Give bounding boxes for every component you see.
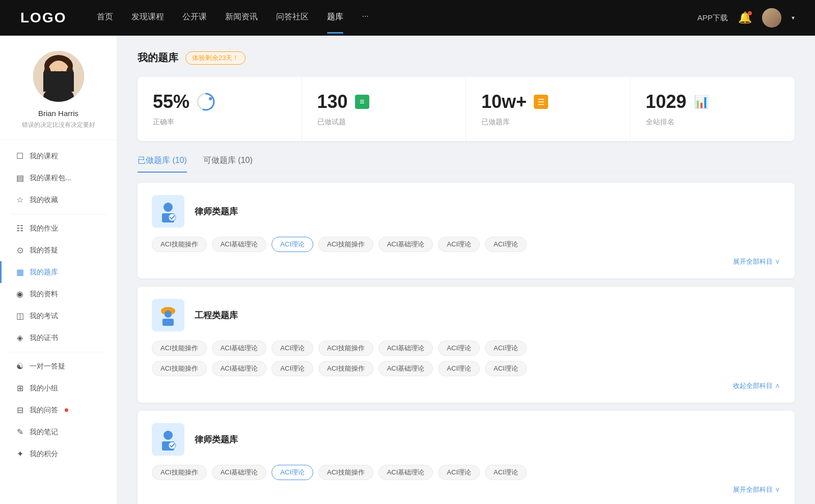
user-avatar[interactable] bbox=[762, 8, 781, 27]
tag-lawyer2-6[interactable]: ACI理论 bbox=[485, 465, 527, 480]
tag-eng-2[interactable]: ACI理论 bbox=[271, 341, 313, 356]
tag-lawyer1-5[interactable]: ACI理论 bbox=[438, 237, 480, 252]
sidebar-item-question-bank[interactable]: ▦ 我的题库 bbox=[0, 261, 117, 283]
sidebar-label-favorites: 我的收藏 bbox=[30, 195, 58, 205]
nav-qa[interactable]: 问答社区 bbox=[276, 12, 309, 24]
nav-opencourse[interactable]: 公开课 bbox=[182, 12, 207, 24]
my-qa-icon: ⊟ bbox=[15, 405, 24, 415]
tag-eng-1[interactable]: ACI基础理论 bbox=[212, 341, 267, 356]
expand-link-lawyer-1[interactable]: 展开全部科目 ∨ bbox=[152, 257, 780, 266]
tag-eng-3[interactable]: ACI技能操作 bbox=[318, 341, 373, 356]
star-icon: ☆ bbox=[15, 195, 24, 205]
tag-lawyer2-1[interactable]: ACI基础理论 bbox=[212, 465, 267, 480]
bank-card-lawyer-2: 律师类题库 ACI技能操作 ACI基础理论 ACI理论 ACI技能操作 ACI基… bbox=[138, 411, 795, 504]
svg-point-8 bbox=[61, 71, 64, 75]
tag-lawyer1-1[interactable]: ACI基础理论 bbox=[212, 237, 267, 252]
sidebar-label-course-packages: 我的课程包... bbox=[30, 174, 71, 183]
main-layout: Brian Harris 错误的决定比没有决定要好 ☐ 我的课程 ▤ 我的课程包… bbox=[0, 36, 815, 504]
tag-eng-4[interactable]: ACI基础理论 bbox=[378, 341, 433, 356]
bank-name-lawyer-2: 律师类题库 bbox=[195, 434, 238, 445]
notification-bell[interactable]: 🔔 bbox=[738, 11, 752, 24]
sidebar-item-profile[interactable]: ◉ 我的资料 bbox=[0, 283, 117, 305]
sidebar-item-points[interactable]: ✦ 我的积分 bbox=[0, 443, 117, 465]
svg-point-13 bbox=[164, 203, 173, 212]
engineer-bank-icon bbox=[152, 299, 184, 331]
sidebar-label-homework: 我的作业 bbox=[30, 224, 58, 233]
sidebar-menu: ☐ 我的课程 ▤ 我的课程包... ☆ 我的收藏 ☷ 我的作业 ⊙ 我的答疑 ▦ bbox=[0, 145, 117, 465]
tag-lawyer2-4[interactable]: ACI基础理论 bbox=[378, 465, 433, 480]
sidebar-divider-2 bbox=[10, 352, 106, 352]
tag-lawyer1-3[interactable]: ACI技能操作 bbox=[318, 237, 373, 252]
tag-lawyer2-5[interactable]: ACI理论 bbox=[438, 465, 480, 480]
app-download-link[interactable]: APP下载 bbox=[697, 13, 728, 23]
sidebar-item-course-packages[interactable]: ▤ 我的课程包... bbox=[0, 167, 117, 189]
stat-done-questions-top: 130 ≡ bbox=[317, 91, 451, 113]
tag-lawyer1-4[interactable]: ACI基础理论 bbox=[378, 237, 433, 252]
group-icon: ⊞ bbox=[15, 383, 24, 393]
sidebar-item-homework[interactable]: ☷ 我的作业 bbox=[0, 217, 117, 239]
engineer-avatar-svg bbox=[155, 302, 181, 328]
stat-done-banks-value: 10w+ bbox=[481, 91, 527, 113]
tab-available-banks[interactable]: 可做题库 (10) bbox=[203, 155, 253, 172]
stat-done-banks: 10w+ ☰ 已做题库 bbox=[466, 77, 631, 141]
tags-row-engineer-2: ACI技能操作 ACI基础理论 ACI理论 ACI技能操作 ACI基础理论 AC… bbox=[152, 361, 780, 376]
nav-more[interactable]: ··· bbox=[362, 12, 368, 24]
tag-eng2-4[interactable]: ACI基础理论 bbox=[378, 361, 433, 376]
expand-link-lawyer-2[interactable]: 展开全部科目 ∨ bbox=[152, 485, 780, 494]
sidebar-item-certificate[interactable]: ◈ 我的证书 bbox=[0, 327, 117, 349]
tag-eng2-1[interactable]: ACI基础理论 bbox=[212, 361, 267, 376]
tag-lawyer2-3[interactable]: ACI技能操作 bbox=[318, 465, 373, 480]
svg-point-7 bbox=[53, 71, 57, 75]
nav-right: APP下载 🔔 ▾ bbox=[697, 8, 795, 27]
tag-eng2-0[interactable]: ACI技能操作 bbox=[152, 361, 207, 376]
nav-discover[interactable]: 发现课程 bbox=[131, 12, 164, 24]
sidebar-item-group[interactable]: ⊞ 我的小组 bbox=[0, 377, 117, 399]
tag-eng-0[interactable]: ACI技能操作 bbox=[152, 341, 207, 356]
stat-rank-value: 1029 bbox=[646, 91, 687, 113]
tag-lawyer1-2[interactable]: ACI理论 bbox=[271, 237, 313, 252]
sidebar-item-exam[interactable]: ◫ 我的考试 bbox=[0, 305, 117, 327]
sidebar-label-qa: 我的答疑 bbox=[30, 246, 58, 255]
sidebar-label-notes: 我的笔记 bbox=[30, 428, 58, 437]
nav-items: 首页 发现课程 公开课 新闻资讯 问答社区 题库 ··· bbox=[97, 12, 697, 24]
sidebar-item-notes[interactable]: ✎ 我的笔记 bbox=[0, 421, 117, 443]
stat-accuracy-top: 55% bbox=[153, 91, 286, 113]
sidebar-username: Brian Harris bbox=[38, 109, 78, 118]
tag-lawyer2-2[interactable]: ACI理论 bbox=[271, 465, 313, 480]
sidebar-label-exam: 我的考试 bbox=[30, 312, 58, 321]
svg-point-2 bbox=[47, 61, 70, 87]
tag-eng-6[interactable]: ACI理论 bbox=[485, 341, 527, 356]
tags-row-lawyer-2: ACI技能操作 ACI基础理论 ACI理论 ACI技能操作 ACI基础理论 AC… bbox=[152, 465, 780, 480]
nav-news[interactable]: 新闻资讯 bbox=[225, 12, 258, 24]
sidebar-item-qa[interactable]: ⊙ 我的答疑 bbox=[0, 239, 117, 261]
stat-rank-top: 1029 📊 bbox=[646, 91, 780, 113]
1on1-icon: ☯ bbox=[15, 361, 24, 371]
tag-lawyer2-0[interactable]: ACI技能操作 bbox=[152, 465, 207, 480]
user-dropdown-arrow[interactable]: ▾ bbox=[792, 14, 795, 21]
sidebar-item-favorites[interactable]: ☆ 我的收藏 bbox=[0, 189, 117, 211]
courses-icon: ☐ bbox=[15, 151, 24, 161]
sidebar-item-my-courses[interactable]: ☐ 我的课程 bbox=[0, 145, 117, 167]
avatar-image bbox=[762, 8, 781, 27]
sidebar-item-1on1[interactable]: ☯ 一对一答疑 bbox=[0, 355, 117, 377]
exam-icon: ◫ bbox=[15, 311, 24, 321]
collapse-link-engineer[interactable]: 收起全部科目 ∧ bbox=[152, 381, 780, 390]
stat-done-banks-label: 已做题库 bbox=[481, 118, 615, 127]
tab-done-banks[interactable]: 已做题库 (10) bbox=[138, 155, 187, 172]
tag-eng2-3[interactable]: ACI技能操作 bbox=[318, 361, 373, 376]
sidebar-item-my-qa[interactable]: ⊟ 我的问答 bbox=[0, 399, 117, 421]
sidebar-profile: Brian Harris 错误的决定比没有决定要好 bbox=[0, 51, 117, 140]
tag-eng2-6[interactable]: ACI理论 bbox=[485, 361, 527, 376]
tag-eng2-5[interactable]: ACI理论 bbox=[438, 361, 480, 376]
accuracy-circle-icon bbox=[197, 93, 215, 111]
nav-questionbank[interactable]: 题库 bbox=[327, 12, 343, 24]
svg-point-22 bbox=[164, 431, 173, 440]
lawyer-avatar-svg-1 bbox=[155, 198, 181, 225]
nav-home[interactable]: 首页 bbox=[97, 12, 113, 24]
tag-eng2-2[interactable]: ACI理论 bbox=[271, 361, 313, 376]
homework-icon: ☷ bbox=[15, 223, 24, 233]
tag-lawyer1-0[interactable]: ACI技能操作 bbox=[152, 237, 207, 252]
tag-lawyer1-6[interactable]: ACI理论 bbox=[485, 237, 527, 252]
tag-eng-5[interactable]: ACI理论 bbox=[438, 341, 480, 356]
stat-rank: 1029 📊 全站排名 bbox=[631, 77, 795, 141]
